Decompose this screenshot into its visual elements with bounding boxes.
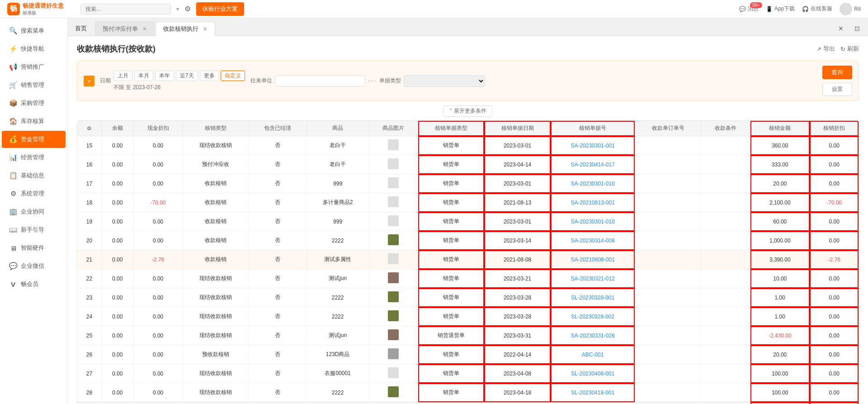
sidebar-item-finance[interactable]: 💰 资金管理 [2,131,66,148]
app-download-item[interactable]: 📱 App下载 [766,5,795,13]
sidebar-item-quicknav[interactable]: ⚡ 快捷导航 [2,40,66,57]
cell-verify-type: 收款核销 [183,174,249,193]
sidebar-item-enterprise[interactable]: 🏢 企业协同 [2,203,66,220]
cell-receipt-condition [701,326,750,345]
export-button[interactable]: ↗ 导出 [816,45,835,53]
top-search-input[interactable] [80,4,171,14]
online-service-item[interactable]: 🎧 在线客服 [802,5,832,13]
sidebar-item-basic[interactable]: 📋 基础信息 [2,167,66,184]
cell-goods: 123D商品 [307,345,369,364]
doc-no-link[interactable]: ABC-001 [582,352,604,358]
product-image [388,329,399,340]
top-bar-right: 💬 消息 99+ 📱 App下载 🎧 在线客服 Rit [739,3,861,15]
date-more-btn[interactable]: 更多 [200,71,219,81]
doc-type-select[interactable] [404,75,485,87]
sidebar-item-system[interactable]: ⚙ 系统管理 [2,185,66,202]
doc-no-link[interactable]: SL-20230328-001 [571,295,614,301]
sidebar-item-sales[interactable]: 🛒 销售管理 [2,76,66,94]
doc-no-link[interactable]: SA-20230301-001 [571,143,614,149]
settings-icon[interactable]: ⚙ [184,5,191,13]
tab-collection-close-icon[interactable]: ✕ [203,26,208,32]
doc-no-link[interactable]: SL-20230328-002 [571,314,614,320]
filter-collapse-button[interactable]: » [84,76,94,86]
doc-no-link[interactable]: SL-20230408-001 [571,371,614,377]
col-settings[interactable]: ⚙ [77,121,101,136]
doc-no-link[interactable]: SA-20230321-012 [571,276,614,282]
cell-goods-img [369,155,418,174]
cell-verify-doc-type: 销货单 [418,383,485,403]
partner-input[interactable] [275,76,365,86]
cell-verify-doc-type: 销货单 [418,174,485,193]
sidebar-item-hardware[interactable]: 🖥 智能硬件 [2,239,66,257]
product-image [388,215,399,226]
date-7days-btn[interactable]: 近7天 [176,71,198,81]
cell-receipt-order-no [635,269,701,288]
table-header-row: ⚙ 余额 现金折扣 核销类型 包含已结清 商品 商品图片 核销单据类型 核销单据… [77,121,859,136]
sidebar-item-vip[interactable]: V 畅会员 [2,276,66,293]
product-image [388,253,399,264]
search-icon: 🔍 [9,27,17,35]
cell-verify-discount: 0.00 [810,174,859,193]
cell-verify-discount: 0.00 [810,326,859,345]
user-label: Rit [854,6,861,12]
cell-verify-type: 预收款核销 [183,345,249,364]
cell-balance: 0.00 [101,231,133,250]
solution-button[interactable]: 休验行业方案 [196,2,244,16]
cell-goods: 2222 [307,231,369,250]
tab-collection[interactable]: 收款核销执行 ✕ [156,22,215,36]
query-button[interactable]: 查询 [822,66,852,79]
cell-verify-doc-no: SL-20230418-001 [551,383,635,403]
tab-home[interactable]: 首页 [68,21,94,36]
table-row: 19 0.00 0.00 收款核销 否 999 销货单 2023-03-01 S… [77,212,859,231]
sidebar-item-guide[interactable]: 📖 新手引导 [2,221,66,238]
cell-verify-amount: 60.00 [750,212,810,231]
sidebar-item-purchase[interactable]: 📦 采购管理 [2,95,66,112]
purchase-icon: 📦 [9,99,17,107]
avatar [840,3,852,15]
doc-no-link[interactable]: SA-20210808-001 [571,257,614,263]
date-this-year-btn[interactable]: 本年 [155,71,174,81]
cell-include-cleared: 否 [249,307,307,326]
headset-icon: 🎧 [802,6,809,12]
tab-prepay-close-icon[interactable]: ✕ [142,26,147,32]
sidebar-item-inventory[interactable]: 🏠 库存核算 [2,113,66,130]
cell-verify-doc-type: 销货单 [418,345,485,364]
cell-balance: 0.00 [101,174,133,193]
user-item[interactable]: Rit [840,3,861,15]
sidebar-item-operations[interactable]: 📊 经营管理 [2,149,66,166]
setting-button[interactable]: 设置 [822,83,852,96]
cell-verify-type: 收款核销 [183,231,249,250]
messages-item[interactable]: 💬 消息 99+ [739,5,759,13]
sidebar-label-finance: 资金管理 [21,135,44,143]
cell-verify-discount: 0.00 [810,345,859,364]
window-close-icon[interactable]: ✕ [834,21,848,36]
cell-goods-img [369,212,418,231]
date-this-month-btn[interactable]: 本月 [134,71,153,81]
date-last-month-btn[interactable]: 上月 [113,71,132,81]
dropdown-chevron-icon: ▾ [176,6,179,12]
expand-more-button[interactable]: ˅ 展开更多条件 [443,105,492,117]
data-table-container: ⚙ 余额 现金折扣 核销类型 包含已结清 商品 商品图片 核销单据类型 核销单据… [77,120,859,404]
table-row: 23 0.00 0.00 现结收款核销 否 2222 销货单 2023-03-2… [77,288,859,307]
sidebar-label-quicknav: 快捷导航 [21,45,44,53]
doc-no-link[interactable]: SA-20230301-010 [571,219,614,225]
sidebar-item-wechat[interactable]: 💬 企业微信 [2,257,66,275]
refresh-button[interactable]: ↻ 刷新 [840,45,859,53]
sidebar-item-search[interactable]: 🔍 搜索菜单 [2,22,66,39]
window-restore-icon[interactable]: ⊡ [850,21,864,36]
doc-no-link[interactable]: SA-20210813-001 [571,200,614,206]
col-receipt-order-no: 收款单订单号 [635,121,701,136]
date-custom-btn[interactable]: 自定义 [221,71,245,81]
doc-no-link[interactable]: SA-20230414-017 [571,162,614,168]
doc-no-link[interactable]: SA-20230331-026 [571,333,614,339]
cell-verify-amount: 10.00 [750,269,810,288]
cell-balance: 0.00 [101,269,133,288]
cell-cash-discount: 0.00 [133,364,183,383]
doc-no-link[interactable]: SL-20230418-001 [571,390,614,396]
table-row: 26 0.00 0.00 预收款核销 否 123D商品 销货单 2022-04-… [77,345,859,364]
product-image [388,348,399,359]
doc-no-link[interactable]: SA-20230301-010 [571,181,614,187]
sidebar-item-marketing[interactable]: 📢 营销推广 [2,58,66,76]
doc-no-link[interactable]: SA-20230314-008 [571,238,614,244]
tab-prepay[interactable]: 预付冲应付单 ✕ [95,21,155,36]
